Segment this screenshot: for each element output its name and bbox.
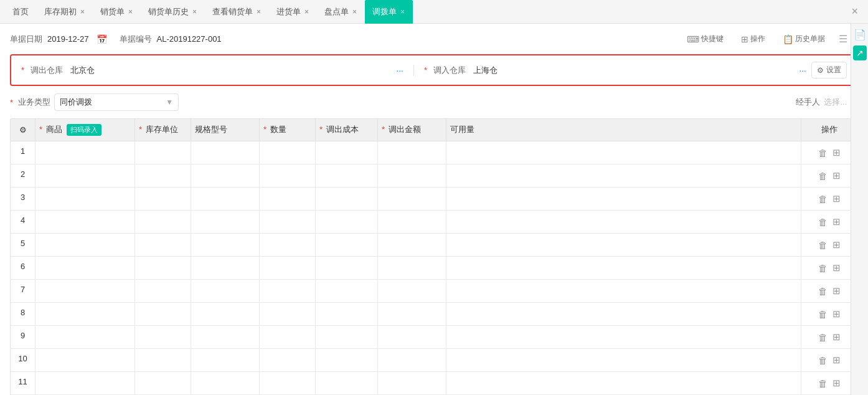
close-transfer-order[interactable]: ×	[400, 7, 405, 16]
close-view-sales[interactable]: ×	[257, 7, 261, 16]
row-delete-icon[interactable]: 🗑	[818, 194, 828, 204]
row-available[interactable]	[446, 257, 801, 279]
close-sales-history[interactable]: ×	[192, 7, 197, 16]
row-cost[interactable]	[316, 372, 378, 394]
row-delete-icon[interactable]: 🗑	[818, 355, 828, 366]
row-amount[interactable]	[378, 188, 446, 210]
row-copy-icon[interactable]: ⊞	[833, 216, 841, 227]
target-warehouse-more[interactable]: ···	[799, 65, 806, 75]
row-unit[interactable]	[135, 372, 191, 394]
row-product[interactable]	[35, 326, 135, 348]
row-amount[interactable]	[378, 164, 446, 187]
row-quantity[interactable]	[260, 257, 316, 279]
sidebar-export-icon[interactable]: ↗	[853, 45, 867, 60]
scan-input-btn[interactable]: 扫码录入	[67, 124, 101, 136]
row-delete-icon[interactable]: 🗑	[818, 309, 828, 320]
row-spec[interactable]	[191, 326, 260, 348]
row-amount[interactable]	[378, 280, 446, 302]
tab-inventory-init[interactable]: 库存期初 ×	[37, 0, 93, 24]
row-spec[interactable]	[191, 349, 260, 371]
row-amount[interactable]	[378, 141, 446, 164]
row-copy-icon[interactable]: ⊞	[833, 239, 841, 250]
row-copy-icon[interactable]: ⊞	[833, 262, 841, 274]
row-cost[interactable]	[316, 280, 378, 302]
row-amount[interactable]	[378, 349, 446, 371]
row-available[interactable]	[446, 211, 801, 233]
calendar-icon[interactable]: 📅	[97, 34, 107, 44]
row-product[interactable]	[35, 303, 135, 325]
row-copy-icon[interactable]: ⊞	[833, 193, 841, 204]
row-quantity[interactable]	[260, 349, 316, 371]
row-copy-icon[interactable]: ⊞	[833, 170, 841, 181]
row-available[interactable]	[446, 326, 801, 348]
row-delete-icon[interactable]: 🗑	[818, 217, 828, 227]
row-spec[interactable]	[191, 188, 260, 210]
row-spec[interactable]	[191, 234, 260, 256]
row-unit[interactable]	[135, 326, 191, 348]
row-unit[interactable]	[135, 211, 191, 233]
business-type-select[interactable]: 同价调拨 ▼	[54, 93, 179, 111]
row-delete-icon[interactable]: 🗑	[818, 263, 828, 274]
row-cost[interactable]	[316, 303, 378, 325]
row-available[interactable]	[446, 164, 801, 187]
row-available[interactable]	[446, 234, 801, 256]
row-unit[interactable]	[135, 349, 191, 371]
tab-sales-order[interactable]: 销货单 ×	[93, 0, 141, 24]
row-spec[interactable]	[191, 280, 260, 302]
row-product[interactable]	[35, 141, 135, 164]
row-delete-icon[interactable]: 🗑	[818, 171, 828, 181]
row-spec[interactable]	[191, 164, 260, 187]
row-available[interactable]	[446, 349, 801, 371]
close-inventory-init[interactable]: ×	[80, 7, 85, 16]
source-warehouse-more[interactable]: ···	[396, 65, 403, 75]
history-btn[interactable]: 📋 历史单据	[779, 31, 829, 47]
row-product[interactable]	[35, 164, 135, 187]
tab-sales-history[interactable]: 销货单历史 ×	[141, 0, 205, 24]
row-amount[interactable]	[378, 234, 446, 256]
row-spec[interactable]	[191, 141, 260, 164]
tab-home[interactable]: 首页	[5, 0, 37, 24]
row-unit[interactable]	[135, 164, 191, 187]
row-quantity[interactable]	[260, 326, 316, 348]
operations-btn[interactable]: ⊞ 操作	[737, 31, 769, 47]
layout-icon-1[interactable]: ☰	[839, 33, 847, 45]
row-cost[interactable]	[316, 326, 378, 348]
row-product[interactable]	[35, 349, 135, 371]
row-quantity[interactable]	[260, 188, 316, 210]
row-cost[interactable]	[316, 188, 378, 210]
tab-view-sales[interactable]: 查看销货单 ×	[205, 0, 269, 24]
row-copy-icon[interactable]: ⊞	[833, 331, 841, 343]
row-quantity[interactable]	[260, 141, 316, 164]
row-cost[interactable]	[316, 349, 378, 371]
row-unit[interactable]	[135, 141, 191, 164]
row-copy-icon[interactable]: ⊞	[833, 355, 841, 366]
row-available[interactable]	[446, 188, 801, 210]
row-unit[interactable]	[135, 188, 191, 210]
row-unit[interactable]	[135, 303, 191, 325]
row-quantity[interactable]	[260, 372, 316, 394]
row-amount[interactable]	[378, 303, 446, 325]
tab-transfer-order[interactable]: 调拨单 ×	[365, 0, 413, 24]
table-settings-icon[interactable]: ⚙	[11, 119, 35, 141]
row-available[interactable]	[446, 141, 801, 164]
row-available[interactable]	[446, 280, 801, 302]
row-unit[interactable]	[135, 257, 191, 279]
sidebar-doc-icon[interactable]: 📄	[854, 29, 866, 40]
close-purchase-order[interactable]: ×	[304, 7, 309, 16]
shortcuts-btn[interactable]: ⌨ 快捷键	[683, 31, 727, 47]
handler-value[interactable]: 选择...	[824, 97, 847, 108]
row-cost[interactable]	[316, 211, 378, 233]
row-spec[interactable]	[191, 372, 260, 394]
row-amount[interactable]	[378, 326, 446, 348]
row-delete-icon[interactable]: 🗑	[818, 240, 828, 250]
close-sales-order[interactable]: ×	[128, 7, 133, 16]
row-quantity[interactable]	[260, 211, 316, 233]
row-copy-icon[interactable]: ⊞	[833, 378, 841, 389]
row-spec[interactable]	[191, 257, 260, 279]
row-cost[interactable]	[316, 257, 378, 279]
row-quantity[interactable]	[260, 234, 316, 256]
row-spec[interactable]	[191, 303, 260, 325]
row-quantity[interactable]	[260, 164, 316, 187]
row-delete-icon[interactable]: 🗑	[818, 332, 828, 343]
row-cost[interactable]	[316, 234, 378, 256]
